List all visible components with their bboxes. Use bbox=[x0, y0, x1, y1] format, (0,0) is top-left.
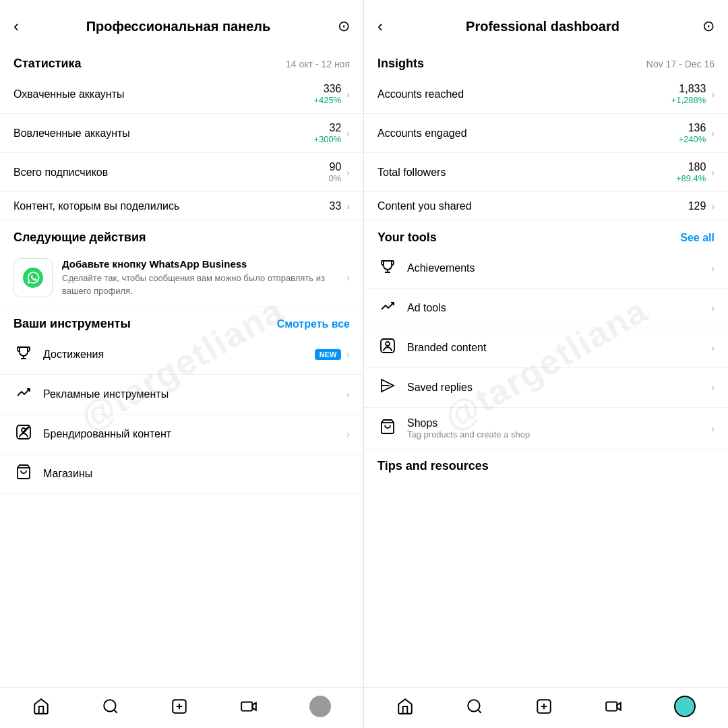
right-nav-avatar[interactable] bbox=[674, 696, 696, 717]
right-tool-left-shops: Shops Tag products and create a shop bbox=[377, 417, 530, 439]
right-nav-plus[interactable] bbox=[535, 698, 553, 715]
stat-row-2[interactable]: Всего подписчиков 90 0% › bbox=[0, 153, 363, 192]
whatsapp-chevron: › bbox=[346, 272, 350, 283]
right-nav-video[interactable] bbox=[605, 698, 622, 715]
right-stat-row-0[interactable]: Accounts reached 1,833 +1,288% › bbox=[364, 75, 728, 114]
left-nav-video[interactable] bbox=[240, 698, 257, 715]
right-stat-row-1[interactable]: Accounts engaged 136 +240% › bbox=[364, 114, 728, 153]
chevron-3: › bbox=[346, 201, 350, 212]
left-nav-plus[interactable] bbox=[171, 698, 188, 715]
left-nav-avatar[interactable] bbox=[309, 696, 331, 717]
chevron-2: › bbox=[346, 167, 350, 178]
stat-right-0: 336 +425% › bbox=[313, 83, 350, 105]
right-stat-value-2: 180 bbox=[676, 161, 706, 173]
left-insights-date: 14 окт - 12 ноя bbox=[286, 59, 350, 69]
right-tools-header: Your tools See all bbox=[364, 221, 728, 249]
left-tool-row-shops[interactable]: Магазины › bbox=[0, 454, 363, 494]
left-shops-label: Магазины bbox=[43, 468, 92, 480]
right-tool-row-saved[interactable]: Saved replies › bbox=[364, 368, 728, 408]
stat-value-0: 336 bbox=[313, 83, 341, 95]
right-tool-left-saved: Saved replies bbox=[377, 377, 473, 398]
right-tool-row-achievements[interactable]: Achievements › bbox=[364, 249, 728, 289]
left-tools-header: Ваши инструменты Смотреть все bbox=[0, 307, 363, 335]
right-shops-sub: Tag products and create a shop bbox=[407, 429, 530, 439]
right-insights-header: Insights Nov 17 - Dec 16 bbox=[364, 47, 728, 75]
left-tool-row-ad[interactable]: Рекламные инструменты › bbox=[0, 375, 363, 415]
right-saved-chevron: › bbox=[711, 382, 715, 393]
right-tool-row-branded[interactable]: Branded content › bbox=[364, 328, 728, 368]
right-stat-row-3[interactable]: Content you shared 129 › bbox=[364, 192, 728, 221]
stat-label-2: Всего подписчиков bbox=[13, 166, 108, 179]
stat-change-0: +425% bbox=[313, 95, 341, 105]
left-back-button[interactable]: ‹ bbox=[13, 17, 19, 36]
right-trophy-icon bbox=[377, 258, 398, 278]
whatsapp-icon bbox=[22, 267, 44, 289]
stat-value-3: 33 bbox=[330, 200, 342, 212]
right-chevron-1: › bbox=[711, 128, 715, 139]
right-stat-value-0: 1,833 bbox=[671, 83, 706, 95]
svg-point-12 bbox=[386, 342, 390, 346]
stat-right-3: 33 › bbox=[330, 200, 350, 212]
next-actions-header: Следующие действия bbox=[0, 221, 363, 249]
left-tool-left-achievements: Достижения bbox=[13, 344, 104, 365]
right-nav-search[interactable] bbox=[466, 698, 483, 715]
left-bottom-nav bbox=[0, 687, 363, 728]
right-chevron-3: › bbox=[711, 201, 715, 212]
right-see-all-button[interactable]: See all bbox=[680, 232, 715, 244]
left-ad-label: Рекламные инструменты bbox=[43, 388, 169, 400]
right-insights-title: Insights bbox=[377, 57, 424, 71]
right-shop-icon bbox=[377, 419, 398, 439]
left-see-all-button[interactable]: Смотреть все bbox=[277, 318, 350, 330]
chevron-1: › bbox=[346, 128, 350, 139]
right-nav-home[interactable] bbox=[396, 698, 414, 715]
stat-row-3[interactable]: Контент, которым вы поделились 33 › bbox=[0, 192, 363, 221]
ad-chevron: › bbox=[346, 389, 350, 400]
stat-label-1: Вовлеченные аккаунты bbox=[13, 127, 130, 140]
trophy-icon bbox=[13, 344, 34, 365]
stat-right-1: 32 +300% › bbox=[313, 122, 350, 144]
stat-row-0[interactable]: Охваченные аккаунты 336 +425% › bbox=[0, 75, 363, 114]
right-stat-value-3: 129 bbox=[688, 200, 706, 212]
right-tool-row-shops[interactable]: Shops Tag products and create a shop › bbox=[364, 408, 728, 450]
stat-value-group-3: 33 bbox=[330, 200, 342, 212]
left-tool-left-branded: Брендированный контент bbox=[13, 424, 171, 444]
right-header: ‹ Professional dashboard ⊙ bbox=[364, 0, 728, 47]
stat-right-2: 90 0% › bbox=[329, 161, 350, 183]
right-tool-row-ad[interactable]: Ad tools › bbox=[364, 289, 728, 328]
left-nav-home[interactable] bbox=[32, 698, 50, 715]
right-settings-icon[interactable]: ⊙ bbox=[702, 18, 715, 35]
achievements-right: NEW › bbox=[315, 349, 350, 360]
right-stat-right-1: 136 +240% › bbox=[678, 122, 715, 144]
right-stat-right-2: 180 +89.4% › bbox=[676, 161, 715, 183]
right-stat-label-3: Content you shared bbox=[377, 200, 472, 212]
left-nav-search[interactable] bbox=[102, 698, 119, 715]
right-insights-date: Nov 17 - Dec 16 bbox=[646, 59, 715, 69]
right-bottom-nav bbox=[364, 687, 728, 728]
left-settings-icon[interactable]: ⊙ bbox=[338, 18, 350, 35]
right-shops-chevron: › bbox=[711, 423, 715, 434]
right-back-button[interactable]: ‹ bbox=[377, 17, 383, 36]
left-tool-row-achievements[interactable]: Достижения NEW › bbox=[0, 335, 363, 375]
right-tools-title: Your tools bbox=[377, 231, 437, 245]
left-tool-left-shops: Магазины bbox=[13, 464, 92, 484]
shop-icon bbox=[13, 464, 34, 484]
stat-change-2: 0% bbox=[329, 173, 342, 183]
stat-row-1[interactable]: Вовлеченные аккаунты 32 +300% › bbox=[0, 114, 363, 153]
stat-value-group-1: 32 +300% bbox=[313, 122, 341, 144]
svg-point-4 bbox=[104, 700, 115, 711]
left-tools-title: Ваши инструменты bbox=[13, 317, 131, 331]
svg-line-5 bbox=[114, 710, 117, 713]
right-stat-change-1: +240% bbox=[678, 134, 706, 144]
right-stat-row-2[interactable]: Total followers 180 +89.4% › bbox=[364, 153, 728, 192]
branded-chevron: › bbox=[346, 429, 350, 439]
new-badge: NEW bbox=[315, 349, 342, 360]
stat-label-3: Контент, которым вы поделились bbox=[13, 200, 179, 212]
left-tool-row-branded[interactable]: Брендированный контент › bbox=[0, 415, 363, 454]
whatsapp-action-row[interactable]: Добавьте кнопку WhatsApp Business Сделай… bbox=[0, 249, 363, 307]
right-stat-right-3: 129 › bbox=[688, 200, 715, 212]
right-trending-icon bbox=[377, 298, 398, 318]
right-panel: @targetliana ‹ Professional dashboard ⊙ … bbox=[364, 0, 728, 728]
trending-icon bbox=[13, 384, 34, 404]
person-tag-icon bbox=[13, 424, 34, 444]
right-chevron-2: › bbox=[711, 167, 715, 178]
